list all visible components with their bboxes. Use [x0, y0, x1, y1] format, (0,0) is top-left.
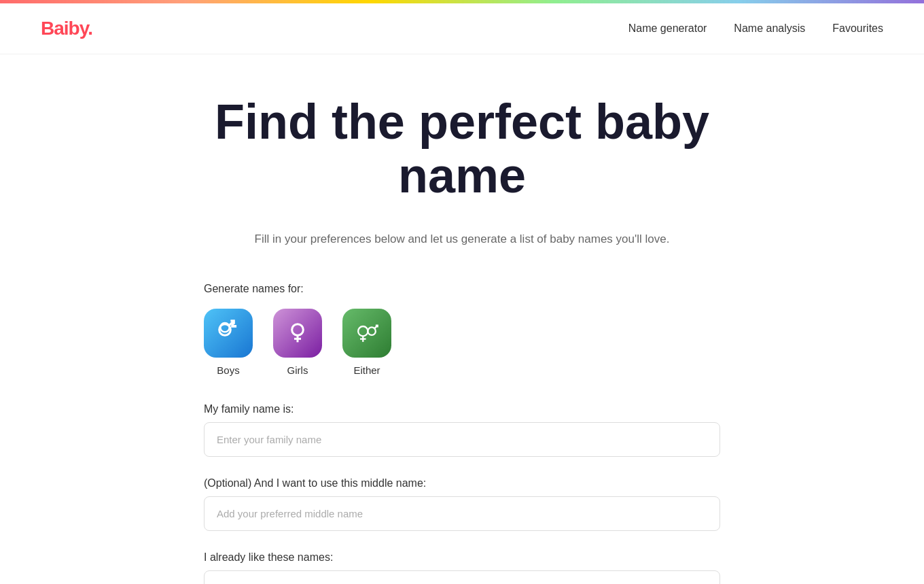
boys-icon — [204, 309, 253, 358]
logo-text: Baiby — [41, 18, 88, 39]
svg-point-2 — [292, 324, 304, 335]
svg-point-8 — [368, 327, 375, 334]
middle-name-label: (Optional) And I want to use this middle… — [204, 477, 720, 489]
main-content: Find the perfect baby name Fill in your … — [190, 54, 734, 584]
nav-favourites[interactable]: Favourites — [832, 22, 883, 35]
liked-names-label: I already like these names: — [204, 551, 720, 564]
gender-option-either[interactable]: Either — [342, 309, 391, 376]
logo[interactable]: Baiby. — [41, 18, 92, 39]
nav-name-analysis[interactable]: Name analysis — [734, 22, 805, 35]
family-name-label: My family name is: — [204, 403, 720, 415]
gender-option-boys[interactable]: Boys — [204, 309, 253, 376]
girls-icon — [273, 309, 322, 358]
liked-names-select[interactable]: Select... — [204, 570, 720, 584]
either-label: Either — [353, 364, 380, 376]
liked-names-wrapper: Select... ⌄ — [204, 570, 720, 584]
main-nav: Name generator Name analysis Favourites — [628, 22, 883, 35]
svg-point-5 — [358, 326, 368, 336]
girls-label: Girls — [287, 364, 308, 376]
gender-section: Generate names for: Boys — [204, 283, 720, 376]
gender-group: Boys Girls — [204, 309, 720, 376]
hero-subtitle: Fill in your preferences below and let u… — [204, 230, 720, 248]
either-icon — [342, 309, 391, 358]
hero-title: Find the perfect baby name — [204, 95, 720, 203]
logo-dot: . — [88, 18, 92, 39]
middle-name-input[interactable] — [204, 496, 720, 531]
middle-name-section: (Optional) And I want to use this middle… — [204, 477, 720, 531]
gender-label: Generate names for: — [204, 283, 720, 295]
header: Baiby. Name generator Name analysis Favo… — [0, 3, 924, 54]
liked-names-section: I already like these names: Select... ⌄ — [204, 551, 720, 584]
family-name-input[interactable] — [204, 422, 720, 457]
gender-option-girls[interactable]: Girls — [273, 309, 322, 376]
family-name-section: My family name is: — [204, 403, 720, 457]
nav-name-generator[interactable]: Name generator — [628, 22, 707, 35]
boys-label: Boys — [217, 364, 239, 376]
